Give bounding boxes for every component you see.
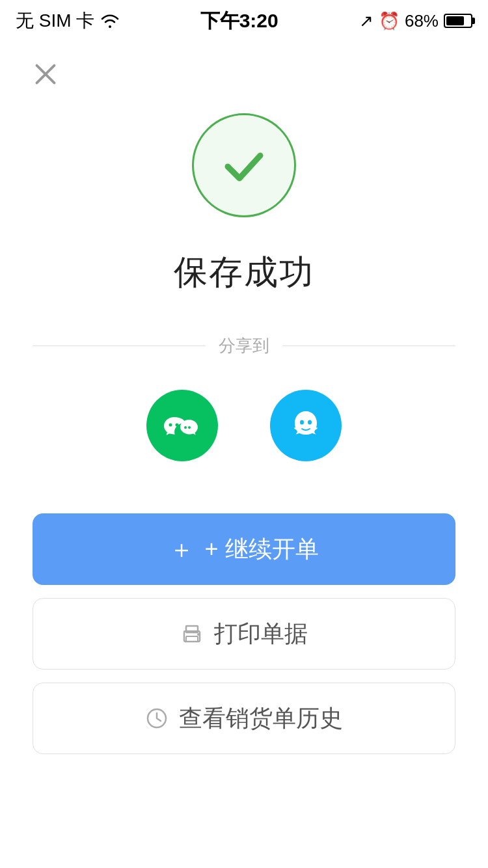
- alarm-icon: ⏰: [379, 11, 400, 31]
- svg-point-6: [308, 420, 312, 425]
- close-button[interactable]: [26, 55, 65, 94]
- continue-button[interactable]: ＋ + 继续开单: [33, 513, 455, 585]
- clock-icon: [145, 707, 169, 730]
- print-button[interactable]: 打印单据: [33, 598, 455, 670]
- battery-icon: [444, 14, 472, 28]
- svg-point-1: [169, 423, 172, 426]
- share-divider: 分享到: [33, 334, 455, 357]
- checkmark-icon: [218, 139, 270, 191]
- svg-point-2: [175, 423, 178, 426]
- share-section: 分享到: [33, 334, 455, 461]
- success-title: 保存成功: [174, 250, 314, 295]
- status-bar: 无 SIM 卡 下午3:20 ↗ ⏰ 68%: [0, 0, 488, 42]
- qq-share-button[interactable]: [270, 390, 342, 461]
- action-buttons: ＋ + 继续开单 打印单据 查看销货单历: [33, 513, 455, 754]
- wechat-share-button[interactable]: [146, 390, 218, 461]
- wechat-logo: [161, 408, 204, 444]
- close-icon: [33, 61, 59, 87]
- success-circle: [192, 113, 296, 217]
- history-button[interactable]: 查看销货单历史: [33, 683, 455, 754]
- history-label: 查看销货单历史: [179, 703, 343, 735]
- carrier-text: 无 SIM 卡: [16, 8, 94, 33]
- battery-percent: 68%: [405, 11, 439, 31]
- printer-icon: [180, 622, 204, 645]
- plus-icon: ＋: [169, 533, 194, 566]
- location-icon: ↗: [359, 11, 373, 31]
- qq-logo: [286, 406, 325, 445]
- svg-point-3: [184, 426, 187, 429]
- svg-point-5: [300, 420, 304, 425]
- print-label: 打印单据: [214, 618, 308, 650]
- status-right: ↗ ⏰ 68%: [359, 11, 472, 31]
- share-icons: [33, 390, 455, 461]
- svg-point-4: [188, 426, 191, 429]
- time-display: 下午3:20: [200, 8, 278, 34]
- main-content: 保存成功 分享到: [0, 94, 488, 868]
- wifi-icon: [101, 14, 119, 28]
- share-label: 分享到: [219, 334, 269, 357]
- status-left: 无 SIM 卡: [16, 8, 119, 33]
- continue-label: + 继续开单: [204, 534, 318, 565]
- svg-point-10: [197, 633, 200, 636]
